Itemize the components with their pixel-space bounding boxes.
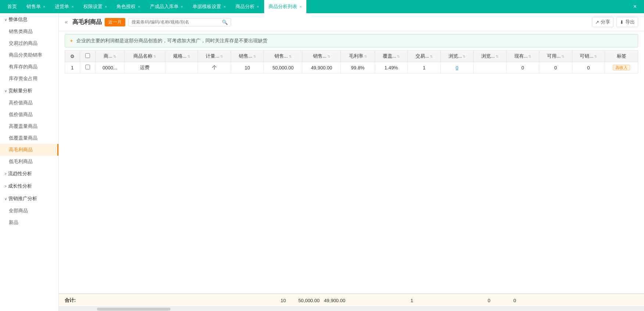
- nav-close-icon[interactable]: ×: [181, 4, 183, 9]
- col-label: 商...: [104, 53, 112, 59]
- col-header-11[interactable]: 交易...⇅: [408, 51, 440, 62]
- nav-close-icon[interactable]: ×: [257, 4, 259, 9]
- col-label: 毛利率: [349, 53, 363, 59]
- arrow-icon: ∨: [4, 18, 7, 22]
- footer-cell-6: 10: [270, 298, 296, 303]
- sort-icon: ⇅: [153, 54, 156, 58]
- share-btn[interactable]: ↗ 分享: [592, 17, 614, 27]
- table-wrapper[interactable]: ⚙商...⇅商品名称⇅规格...⇅计量...⇅销售...⇅销售...⇅销售...…: [65, 50, 638, 293]
- filter-recent-month-btn[interactable]: 近一月: [105, 18, 125, 26]
- group-label: 营销推广分析: [8, 195, 37, 202]
- row-select-checkbox[interactable]: [85, 65, 90, 69]
- sidebar-item-新品[interactable]: 新品: [0, 217, 58, 228]
- nav-close-icon[interactable]: ×: [223, 4, 226, 9]
- nav-close-icon[interactable]: ×: [138, 4, 140, 9]
- row-sales-qty: 10: [231, 62, 263, 73]
- col-header-0: ⚙: [65, 51, 80, 62]
- col-header-9[interactable]: 毛利率⇅: [341, 51, 375, 62]
- nav-item-权限设置[interactable]: 权限设置×: [79, 0, 111, 13]
- nav-close-icon[interactable]: ×: [43, 4, 45, 9]
- search-box[interactable]: 🔍: [128, 18, 231, 26]
- row-name: 运费: [125, 62, 165, 73]
- arrow-icon: >: [4, 184, 7, 188]
- sidebar-group-贡献量分析[interactable]: ∨贡献量分析: [0, 84, 58, 97]
- sidebar-group-成长性分析[interactable]: >成长性分析: [0, 180, 58, 192]
- sidebar-group-流趋性分析[interactable]: >流趋性分析: [0, 167, 58, 180]
- sort-icon: ⇅: [113, 54, 116, 58]
- sidebar-item-低毛利商品[interactable]: 低毛利商品: [0, 156, 58, 167]
- arrow-icon: ∨: [4, 197, 7, 201]
- row-sales-gross: 49,900.00: [302, 62, 341, 73]
- col-label: 覆盖...: [383, 53, 396, 59]
- sidebar-item-库存资金占用[interactable]: 库存资金占用: [0, 73, 58, 84]
- col-header-8[interactable]: 销售...⇅: [302, 51, 341, 62]
- search-input[interactable]: [132, 19, 222, 25]
- row-code: 0000...: [95, 62, 125, 73]
- nav-close-icon[interactable]: ×: [71, 4, 73, 9]
- sidebar-item-高毛利商品[interactable]: 高毛利商品: [0, 144, 58, 156]
- col-label: 商品名称: [133, 53, 152, 59]
- nav-item-角色授权[interactable]: 角色授权×: [112, 0, 144, 13]
- col-header-13[interactable]: 浏览...⇅: [474, 51, 506, 62]
- col-header-2[interactable]: 商...⇅: [95, 51, 125, 62]
- select-all-checkbox[interactable]: [85, 53, 90, 58]
- sidebar-item-交易过的商品[interactable]: 交易过的商品: [0, 37, 58, 49]
- footer-cell-4: [219, 298, 245, 303]
- row-unit: 个: [198, 62, 231, 73]
- sidebar-group-整体信息[interactable]: ∨整体信息: [0, 13, 58, 26]
- sidebar-group-营销推广分析[interactable]: ∨营销推广分析: [0, 192, 58, 205]
- share-icon: ↗: [595, 19, 599, 25]
- col-header-4[interactable]: 规格...⇅: [165, 51, 198, 62]
- sidebar-item-销售类商品[interactable]: 销售类商品: [0, 26, 58, 37]
- col-header-16[interactable]: 可销...⇅: [572, 51, 605, 62]
- nav-item-进货单[interactable]: 进货单×: [50, 0, 78, 13]
- sidebar-item-低覆盖量商品[interactable]: 低覆盖量商品: [0, 132, 58, 144]
- row-tag: 高收入: [605, 62, 638, 73]
- sort-icon: ⇅: [220, 54, 223, 58]
- views-link[interactable]: 0: [456, 65, 458, 70]
- nav-close-icon[interactable]: ×: [299, 4, 302, 9]
- nav-item-商品分析[interactable]: 商品分析×: [231, 0, 263, 13]
- col-header-14[interactable]: 现有...⇅: [506, 51, 539, 62]
- col-header-5[interactable]: 计量...⇅: [198, 51, 231, 62]
- col-header-12[interactable]: 浏览...⇅: [440, 51, 473, 62]
- group-label: 流趋性分析: [8, 170, 32, 177]
- search-icon[interactable]: 🔍: [222, 19, 228, 25]
- sidebar-item-全部商品[interactable]: 全部商品: [0, 205, 58, 217]
- bottom-scrollbar[interactable]: [59, 307, 644, 311]
- nav-item-商品分析列表[interactable]: 商品分析列表×: [264, 0, 306, 13]
- footer-cell-11: 1: [399, 298, 425, 303]
- group-label: 整体信息: [8, 16, 28, 23]
- nav-item-产成品入库单[interactable]: 产成品入库单×: [145, 0, 187, 13]
- footer-cell-0: [116, 298, 142, 303]
- sidebar-item-高覆盖量商品[interactable]: 高覆盖量商品: [0, 120, 58, 132]
- sort-icon: ⇅: [187, 54, 190, 58]
- footer-cell-14: 0: [476, 298, 502, 303]
- scrollbar-thumb[interactable]: [97, 308, 170, 311]
- table-row: 10000...运费个1050,000.0049,900.0099.8%1.49…: [65, 62, 638, 73]
- col-header-7[interactable]: 销售...⇅: [264, 51, 302, 62]
- footer-row: 合计: 1050,000.0049,900.00100: [59, 293, 644, 307]
- sort-icon: ⇅: [397, 54, 400, 58]
- sidebar-item-高价值商品[interactable]: 高价值商品: [0, 97, 58, 109]
- window-close-btn[interactable]: ×: [629, 3, 641, 10]
- footer-cell-8: 49,900.00: [322, 298, 348, 303]
- nav-item-销售单[interactable]: 销售单×: [22, 0, 50, 13]
- col-header-15[interactable]: 可用...⇅: [539, 51, 572, 62]
- sidebar-item-有库存的商品[interactable]: 有库存的商品: [0, 61, 58, 73]
- col-header-3[interactable]: 商品名称⇅: [125, 51, 165, 62]
- sidebar-item-商品分类助销率[interactable]: 商品分类助销率: [0, 49, 58, 61]
- toggle-sidebar-btn[interactable]: «: [65, 19, 68, 25]
- export-btn[interactable]: ⬇ 导出: [616, 17, 638, 27]
- sidebar-item-低价值商品[interactable]: 低价值商品: [0, 109, 58, 120]
- nav-close-icon[interactable]: ×: [105, 4, 107, 9]
- col-label: 现有...: [514, 53, 528, 59]
- nav-item-首页[interactable]: 首页: [3, 0, 21, 13]
- col-label: 可用...: [547, 53, 561, 59]
- col-header-10[interactable]: 覆盖...⇅: [375, 51, 407, 62]
- nav-item-单据模板设置[interactable]: 单据模板设置×: [188, 0, 230, 13]
- group-label: 贡献量分析: [8, 87, 32, 94]
- total-label: 合计:: [65, 297, 116, 304]
- sort-icon: ⇅: [289, 54, 292, 58]
- col-header-6[interactable]: 销售...⇅: [231, 51, 263, 62]
